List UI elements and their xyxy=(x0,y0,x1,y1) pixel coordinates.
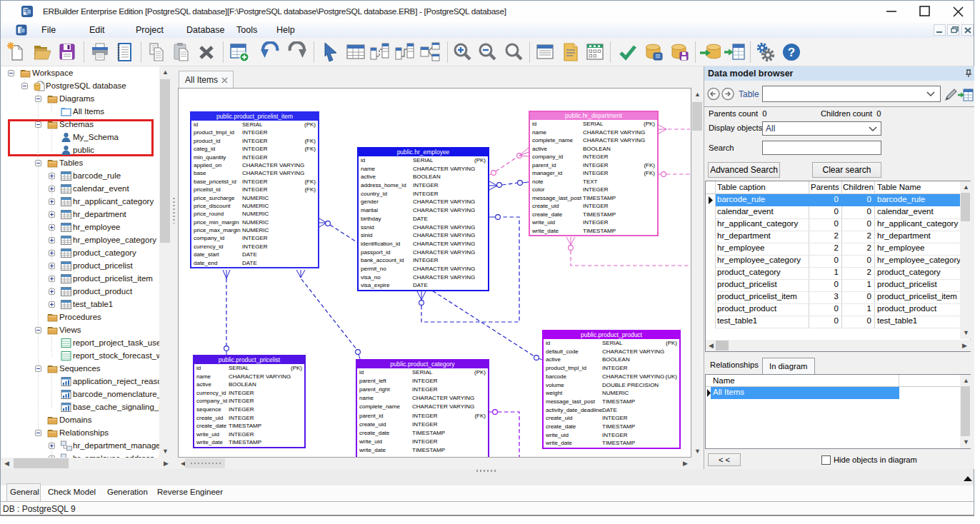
svg-text:?: ? xyxy=(788,46,795,59)
